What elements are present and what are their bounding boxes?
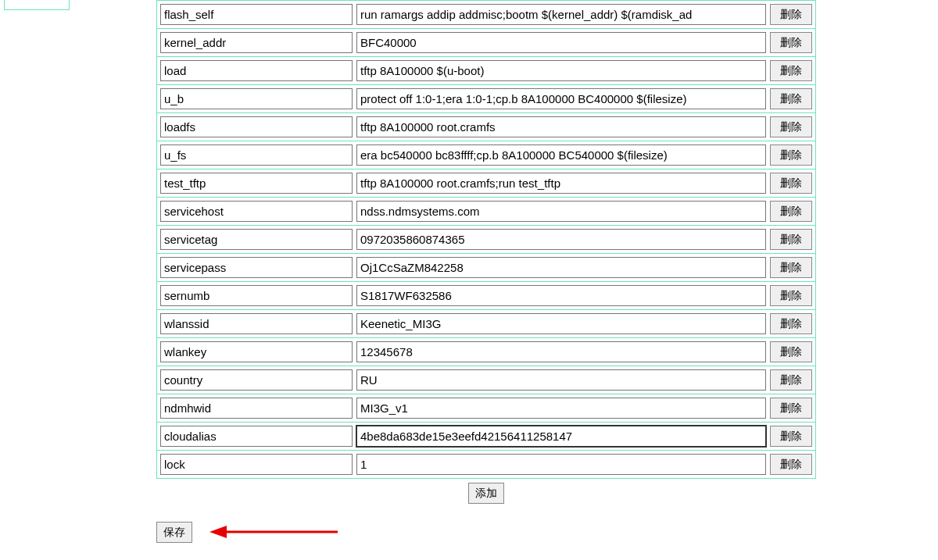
env-row: 删除: [156, 57, 816, 85]
env-value-input[interactable]: [356, 144, 766, 166]
add-button[interactable]: 添加: [468, 483, 504, 504]
env-row: 删除: [156, 0, 816, 29]
delete-button[interactable]: 删除: [770, 369, 812, 391]
env-row: 删除: [156, 85, 816, 113]
env-name-input[interactable]: [160, 144, 353, 166]
env-name-input[interactable]: [160, 313, 353, 334]
delete-button[interactable]: 删除: [770, 341, 812, 362]
env-row: 删除: [156, 254, 816, 282]
env-name-input[interactable]: [160, 426, 353, 447]
delete-button[interactable]: 删除: [770, 201, 812, 222]
env-value-input[interactable]: [356, 32, 766, 53]
env-row: 删除: [156, 282, 816, 310]
env-row: 删除: [156, 29, 816, 57]
delete-button[interactable]: 删除: [770, 173, 812, 194]
delete-button[interactable]: 删除: [770, 60, 812, 81]
env-name-input[interactable]: [160, 88, 353, 109]
env-row: 删除: [156, 423, 816, 451]
env-row: 删除: [156, 451, 816, 479]
delete-button[interactable]: 删除: [770, 285, 812, 306]
env-name-input[interactable]: [160, 229, 353, 250]
env-name-input[interactable]: [160, 369, 353, 391]
env-value-input[interactable]: [356, 285, 766, 306]
delete-button[interactable]: 删除: [770, 144, 812, 166]
env-name-input[interactable]: [160, 173, 353, 194]
env-row: 删除: [156, 226, 816, 254]
env-value-input[interactable]: [356, 4, 766, 25]
env-name-input[interactable]: [160, 60, 353, 81]
env-name-input[interactable]: [160, 341, 353, 362]
env-row: 删除: [156, 338, 816, 366]
delete-button[interactable]: 删除: [770, 88, 812, 109]
add-row: 添加: [156, 479, 816, 504]
env-value-input[interactable]: [356, 257, 766, 278]
save-button-wrap: 保存: [156, 522, 192, 543]
env-value-input[interactable]: [356, 398, 766, 419]
env-name-input[interactable]: [160, 285, 353, 306]
env-row: 删除: [156, 113, 816, 141]
delete-button[interactable]: 删除: [770, 116, 812, 137]
env-name-input[interactable]: [160, 398, 353, 419]
env-value-input[interactable]: [356, 201, 766, 222]
annotation-arrow-icon: [205, 521, 338, 543]
svg-marker-1: [209, 526, 227, 538]
delete-button[interactable]: 删除: [770, 229, 812, 250]
env-value-input[interactable]: [356, 426, 766, 447]
env-row: 删除: [156, 141, 816, 169]
delete-button[interactable]: 删除: [770, 426, 812, 447]
partial-box-fragment: [4, 0, 70, 10]
env-value-input[interactable]: [356, 88, 766, 109]
env-row: 删除: [156, 198, 816, 226]
env-value-input[interactable]: [356, 116, 766, 137]
delete-button[interactable]: 删除: [770, 454, 812, 475]
env-name-input[interactable]: [160, 201, 353, 222]
delete-button[interactable]: 删除: [770, 313, 812, 334]
delete-button[interactable]: 删除: [770, 398, 812, 419]
env-row: 删除: [156, 394, 816, 423]
env-value-input[interactable]: [356, 341, 766, 362]
env-name-input[interactable]: [160, 4, 353, 25]
env-row: 删除: [156, 310, 816, 338]
env-name-input[interactable]: [160, 454, 353, 475]
env-table: 删除删除删除删除删除删除删除删除删除删除删除删除删除删除删除删除删除添加: [156, 0, 816, 504]
env-value-input[interactable]: [356, 60, 766, 81]
env-row: 删除: [156, 169, 816, 198]
delete-button[interactable]: 删除: [770, 257, 812, 278]
env-value-input[interactable]: [356, 173, 766, 194]
env-value-input[interactable]: [356, 229, 766, 250]
delete-button[interactable]: 删除: [770, 32, 812, 53]
env-value-input[interactable]: [356, 313, 766, 334]
env-value-input[interactable]: [356, 369, 766, 391]
env-name-input[interactable]: [160, 257, 353, 278]
env-name-input[interactable]: [160, 32, 353, 53]
env-value-input[interactable]: [356, 454, 766, 475]
env-row: 删除: [156, 366, 816, 394]
delete-button[interactable]: 删除: [770, 4, 812, 25]
env-name-input[interactable]: [160, 116, 353, 137]
save-button[interactable]: 保存: [156, 522, 192, 543]
